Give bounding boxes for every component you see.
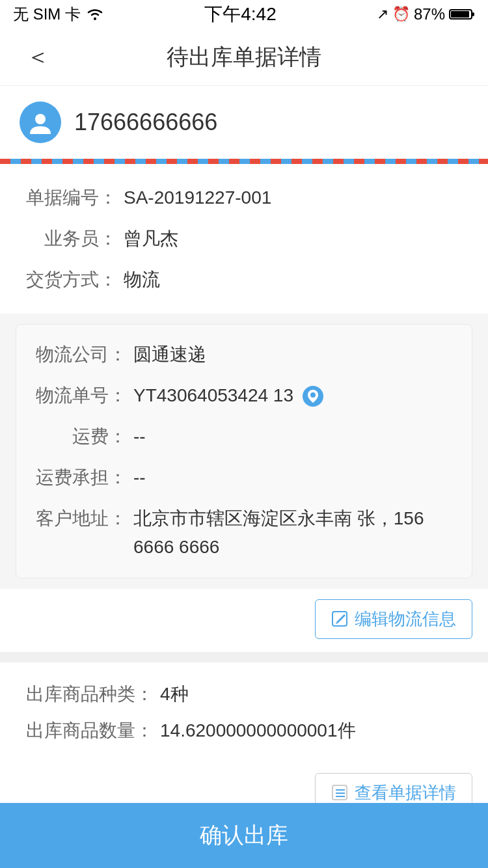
tracking-no-row: 物流单号： YT43064053424 13 [36, 381, 452, 411]
list-icon [331, 784, 349, 802]
location-icon: ↗ [377, 6, 388, 23]
tracking-no-value: YT43064053424 13 [127, 381, 452, 411]
back-button[interactable]: ＜ [20, 34, 56, 79]
product-stats-section: 出库商品种类： 4种 出库商品数量： 14.620000000000001件 [0, 662, 488, 763]
freight-value: -- [127, 422, 452, 452]
delivery-method-value: 物流 [117, 265, 462, 295]
freight-bearer-label: 运费承担： [36, 463, 127, 493]
location-pin-icon[interactable] [301, 385, 325, 408]
edit-icon [331, 610, 349, 629]
status-right: ↗ ⏰ 87% [377, 5, 475, 23]
salesperson-label: 业务员： [26, 224, 117, 254]
user-avatar-icon [27, 109, 53, 135]
svg-point-0 [94, 18, 96, 20]
logistics-section: 物流公司： 圆通速递 物流单号： YT43064053424 13 运费： --… [16, 324, 472, 578]
carrier-text: 无 SIM 卡 [13, 4, 81, 25]
freight-row: 运费： -- [36, 422, 452, 452]
tracking-no-label: 物流单号： [36, 381, 127, 411]
logistics-company-label: 物流公司： [36, 340, 127, 370]
edit-logistics-label: 编辑物流信息 [355, 608, 456, 631]
customer-avatar [20, 102, 61, 143]
product-types-label: 出库商品种类： [26, 682, 154, 707]
customer-section: 17666666666 [0, 86, 488, 159]
product-quantity-value: 14.620000000000001件 [154, 718, 462, 743]
status-time: 下午4:42 [204, 2, 277, 27]
freight-bearer-value: -- [127, 463, 452, 493]
svg-point-4 [35, 114, 46, 124]
salesperson-value: 曾凡杰 [117, 224, 462, 254]
confirm-button-label: 确认出库 [200, 821, 288, 850]
address-row: 客户地址： 北京市市辖区海淀区永丰南 张，156 6666 6666 [36, 504, 452, 563]
product-quantity-row: 出库商品数量： 14.620000000000001件 [26, 718, 462, 743]
edit-logistics-container: 编辑物流信息 [0, 589, 488, 652]
svg-point-6 [310, 392, 316, 398]
address-value: 北京市市辖区海淀区永丰南 张，156 6666 6666 [127, 504, 452, 563]
battery-icon [449, 8, 475, 21]
doc-number-label: 单据编号： [26, 183, 117, 213]
battery-percent: 87% [414, 5, 445, 23]
logistics-company-value: 圆通速递 [127, 340, 452, 370]
doc-number-row: 单据编号： SA-20191227-001 [26, 183, 462, 213]
delivery-method-row: 交货方式： 物流 [26, 265, 462, 295]
freight-label: 运费： [36, 422, 127, 452]
doc-number-value: SA-20191227-001 [117, 183, 462, 213]
customer-phone: 17666666666 [74, 109, 217, 136]
section-divider-1 [0, 652, 488, 662]
salesperson-row: 业务员： 曾凡杰 [26, 224, 462, 254]
confirm-button[interactable]: 确认出库 [0, 803, 488, 868]
freight-bearer-row: 运费承担： -- [36, 463, 452, 493]
delivery-method-label: 交货方式： [26, 265, 117, 295]
svg-rect-2 [451, 11, 469, 18]
nav-bar: ＜ 待出库单据详情 [0, 29, 488, 86]
wifi-icon [86, 8, 104, 21]
product-types-value: 4种 [154, 682, 462, 707]
logistics-company-row: 物流公司： 圆通速递 [36, 340, 452, 370]
dashed-divider [0, 159, 488, 164]
svg-rect-3 [472, 12, 474, 16]
content: 17666666666 单据编号： SA-20191227-001 业务员： 曾… [0, 86, 488, 868]
status-left: 无 SIM 卡 [13, 4, 104, 25]
view-detail-label: 查看单据详情 [355, 781, 456, 804]
page-title: 待出库单据详情 [167, 42, 321, 72]
alarm-icon: ⏰ [392, 6, 410, 23]
edit-logistics-button[interactable]: 编辑物流信息 [315, 599, 472, 639]
product-types-row: 出库商品种类： 4种 [26, 682, 462, 707]
product-quantity-label: 出库商品数量： [26, 718, 154, 743]
order-info-section: 单据编号： SA-20191227-001 业务员： 曾凡杰 交货方式： 物流 [0, 164, 488, 314]
status-bar: 无 SIM 卡 下午4:42 ↗ ⏰ 87% [0, 0, 488, 29]
address-label: 客户地址： [36, 504, 127, 534]
